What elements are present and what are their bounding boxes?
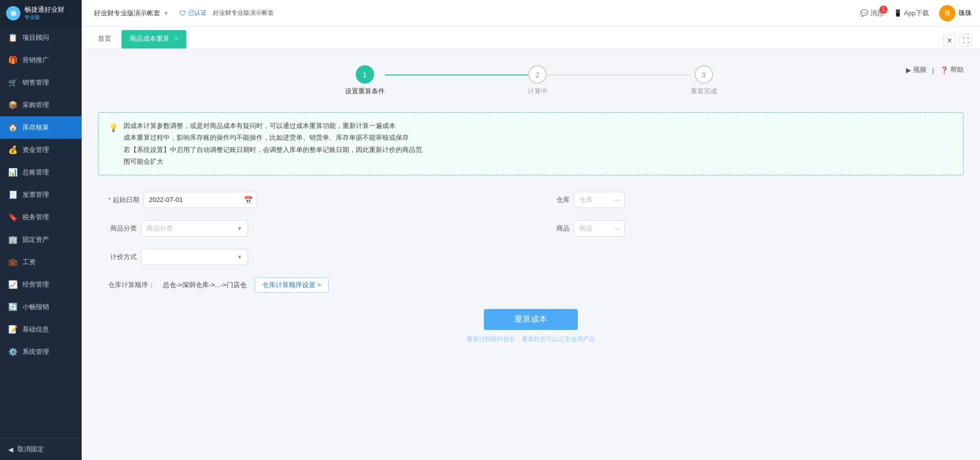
unpin-label: 取消固定: [17, 445, 44, 454]
tab-close-icon[interactable]: ×: [175, 35, 178, 42]
invoice-icon: 🧾: [8, 190, 17, 199]
help-icon: ❓: [940, 66, 948, 74]
recalc-button[interactable]: 重算成本: [484, 309, 578, 330]
sidebar-item-project[interactable]: 📋 项目顾问: [0, 27, 82, 49]
page-content: 1 设置重算条件 2 计算中 3 重算完成 ▶ 视频: [82, 49, 980, 460]
verified-account-sub: 好业财专业版演示帐套: [213, 9, 274, 17]
step-3-label: 重算完成: [691, 87, 717, 96]
product-selector[interactable]: 商品 ···: [574, 220, 625, 237]
doc-help-button[interactable]: ❓ 帮助: [940, 65, 964, 74]
sidebar-item-label: 税务管理: [22, 213, 49, 222]
sidebar-item-label: 项目顾问: [22, 33, 49, 42]
sidebar-item-operations[interactable]: 📈 经营管理: [0, 273, 82, 296]
sidebar-item-tax[interactable]: 🔖 税务管理: [0, 206, 82, 228]
warehouse-field: 仓库 仓库 ···: [541, 192, 953, 208]
sidebar-item-label: 系统管理: [22, 347, 49, 356]
category-selector[interactable]: 商品分类 ▼: [141, 220, 248, 237]
warehouse-selector[interactable]: 仓库 ···: [574, 192, 625, 208]
tab-home[interactable]: 首页: [90, 30, 119, 48]
sidebar-item-inventory[interactable]: 🏠 库存核算: [0, 116, 82, 139]
sidebar-item-expense[interactable]: 🔄 小畅报销: [0, 296, 82, 318]
sidebar-item-accounting[interactable]: 📊 总账管理: [0, 161, 82, 184]
start-date-input[interactable]: [144, 193, 240, 207]
info-line-4: 围可能会扩大: [124, 156, 422, 167]
sidebar-item-invoice[interactable]: 🧾 发票管理: [0, 184, 82, 206]
category-field: 商品分类 商品分类 ▼: [108, 220, 521, 237]
message-button[interactable]: 💬 消息 1: [860, 9, 884, 18]
payroll-icon: 💼: [8, 258, 17, 267]
product-label: 商品: [541, 224, 570, 233]
sidebar-item-assets[interactable]: 🏢 固定资产: [0, 228, 82, 251]
step-line-2-3: [548, 74, 691, 75]
user-menu[interactable]: 珠 珠珠: [939, 5, 972, 21]
sidebar-item-purchase[interactable]: 📦 采购管理: [0, 94, 82, 116]
expand-window-button[interactable]: ⛶: [960, 34, 972, 46]
pricing-chevron-icon: ▼: [237, 254, 242, 260]
category-value: 商品分类: [146, 224, 234, 233]
sidebar-item-label: 采购管理: [22, 100, 49, 110]
basic-icon: 📝: [8, 325, 17, 334]
warehouse-order-btn-label: 仓库计算顺序设置: [262, 280, 315, 290]
step-3: 3 重算完成: [691, 65, 717, 96]
chevron-right-icon: >: [317, 281, 322, 289]
close-window-button[interactable]: ✕: [943, 34, 955, 46]
info-icon: 💡: [109, 121, 118, 168]
category-label: 商品分类: [108, 224, 137, 233]
sidebar: 畅 畅捷通好业财 专业版 📋 项目顾问 🎁 营销推广 🛒 销售管理 📦 采购管理…: [0, 0, 82, 460]
sidebar-item-basic[interactable]: 📝 基础信息: [0, 318, 82, 341]
sidebar-item-label: 总账管理: [22, 168, 49, 177]
order-value: 总仓->深圳仓库->...->门店仓: [163, 280, 247, 290]
sidebar-item-label: 发票管理: [22, 190, 49, 199]
app-download-button[interactable]: 📱 App下载: [894, 9, 929, 18]
accounting-icon: 📊: [8, 168, 17, 177]
warehouse-ellipsis-icon: ···: [614, 196, 619, 203]
stepper: 1 设置重算条件 2 计算中 3 重算完成 ▶ 视频: [98, 61, 964, 96]
sidebar-item-label: 基础信息: [22, 325, 49, 334]
product-value: 商品: [579, 224, 614, 233]
info-line-3: 若【系统设置】中启用了自动调整记账日期时，会调整入库单的整单记账日期，因此重新计…: [124, 144, 422, 156]
expense-icon: 🔄: [8, 302, 17, 312]
warehouse-order-settings-button[interactable]: 仓库计算顺序设置 >: [255, 277, 329, 293]
form-row-2: 商品分类 商品分类 ▼ 商品 商品 ···: [108, 220, 953, 237]
info-text: 因成本计算参数调整，或是对商品成本有疑问时，可以通过成本重算功能，重新计算一遍成…: [124, 120, 422, 168]
sidebar-item-finance[interactable]: 💰 资金管理: [0, 139, 82, 161]
sidebar-item-label: 工资: [22, 258, 36, 267]
topbar: 好业财专业版演示帐套 ▼ 🛡 已认证 好业财专业版演示帐套 💬 消息 1 📱 A…: [82, 0, 980, 27]
sales-icon: 🛒: [8, 78, 17, 87]
warehouse-value: 仓库: [579, 195, 614, 205]
sidebar-unpin-button[interactable]: ◀ 取消固定: [0, 438, 82, 460]
help-label: 帮助: [950, 65, 964, 74]
tab-recalc[interactable]: 商品成本重算 ×: [121, 30, 186, 48]
form-row-3: 计价方式 ▼: [108, 249, 953, 265]
app-logo-icon: 畅: [6, 6, 20, 20]
sidebar-item-sales[interactable]: 🛒 销售管理: [0, 71, 82, 94]
main-area: 好业财专业版演示帐套 ▼ 🛡 已认证 好业财专业版演示帐套 💬 消息 1 📱 A…: [82, 0, 980, 460]
message-icon: 💬: [860, 9, 868, 17]
sidebar-item-payroll[interactable]: 💼 工资: [0, 251, 82, 273]
warehouse-label: 仓库: [541, 195, 570, 205]
calendar-icon[interactable]: 📅: [240, 196, 257, 204]
tabbar: 首页 商品成本重算 × ✕ ⛶: [82, 27, 980, 49]
verified-text: 已认证: [188, 9, 207, 17]
sidebar-item-label: 资金管理: [22, 145, 49, 155]
sidebar-item-marketing[interactable]: 🎁 营销推广: [0, 49, 82, 71]
account-selector[interactable]: 好业财专业版演示帐套 ▼: [90, 7, 173, 20]
system-icon: ⚙️: [8, 347, 17, 356]
marketing-icon: 🎁: [8, 56, 17, 65]
step-3-circle: 3: [695, 65, 713, 84]
inventory-icon: 🏠: [8, 123, 17, 132]
video-help-button[interactable]: ▶ 视频: [906, 65, 926, 74]
operations-icon: 📈: [8, 280, 17, 289]
sidebar-item-label: 固定资产: [22, 235, 49, 244]
sidebar-item-system[interactable]: ⚙️ 系统管理: [0, 341, 82, 363]
start-date-input-wrapper[interactable]: 📅: [143, 192, 257, 208]
app-download-label: App下载: [904, 9, 929, 18]
message-badge: 1: [879, 6, 888, 14]
order-label: 仓库计算顺序：: [108, 280, 155, 290]
tax-icon: 🔖: [8, 213, 17, 222]
step-2-label: 计算中: [528, 87, 548, 96]
step-line-1-2: [385, 74, 528, 75]
info-line-2: 成本重算过程中，影响库存账的操作均不能操作，比如进货单、销货单、库存单据不能审核…: [124, 132, 422, 143]
pricing-selector[interactable]: ▼: [141, 249, 248, 265]
step-1-circle: 1: [356, 65, 374, 84]
